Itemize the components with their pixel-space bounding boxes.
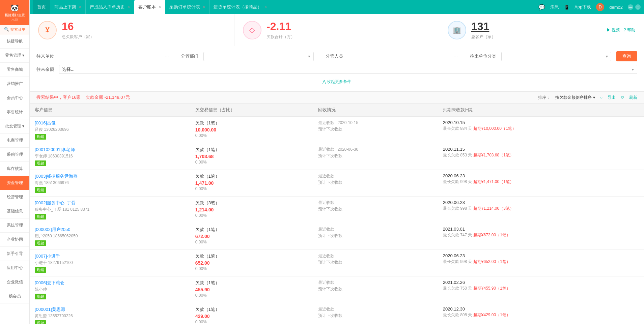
sidebar-item-retail-mgmt[interactable]: 零售管理 ▾ [0, 49, 29, 63]
user-name[interactable]: demo2 [609, 5, 623, 10]
cell-due-date-3: 2020.06.23 最长欠款 998 天 超期¥1,214.00（3笔） [438, 197, 644, 223]
debt-count-1: 欠款（1笔） [195, 147, 308, 153]
sidebar-item-retail-mall[interactable]: 零售商城 [0, 63, 29, 77]
from-unit-input[interactable] [59, 52, 165, 60]
sidebar-item-capital-mgmt[interactable]: 资金管理 [0, 176, 29, 190]
sidebar-item-inventory[interactable]: 库存核算 [0, 162, 29, 176]
tab-customer-account[interactable]: 客户账本× [134, 0, 165, 14]
tab-product-history[interactable]: 产成品入库单历史× [86, 0, 134, 14]
customer-badge-6: 现销 [35, 294, 46, 299]
sidebar-item-quick-nav[interactable]: 快捷导航 [0, 34, 29, 49]
overdue-link-1[interactable]: 超期¥1,703.68（1笔） [473, 153, 514, 157]
tab-close-purchase-stats[interactable]: × [264, 5, 267, 9]
search-button[interactable]: 查询 [616, 51, 637, 61]
cell-payback-6: 最近收款 预计下次收款 [313, 276, 438, 303]
app-download-label[interactable]: App下载 [575, 4, 591, 10]
customer-id-link-5[interactable]: [0007]小进千 [35, 253, 185, 259]
sidebar-item-retail-stats[interactable]: 零售统计 [0, 105, 29, 119]
tab-label-purchase-order: 采购订单统计表 [169, 4, 200, 10]
person-input[interactable] [348, 52, 454, 60]
debt-percent-0: 0.00% [195, 133, 308, 138]
customer-phone-1: 李老师 18600391516 [35, 153, 185, 159]
cell-customer-info-7: [000001]黄思源 黄思源 13552700226 现销 [30, 303, 190, 324]
sidebar-item-member-center[interactable]: 会员中心 [0, 91, 29, 105]
dept-select[interactable] [203, 52, 313, 61]
tab-close-product-history[interactable]: × [128, 5, 130, 9]
window-controls: — □ [628, 4, 641, 10]
table-row: [0007]小进千 小进千 18279152100 现销 欠款（1笔） 652.… [30, 250, 644, 276]
col-debt-info: 欠交易信息（占比） [190, 104, 313, 117]
debt-customers-label: 总欠款客户（家） [62, 34, 94, 40]
sidebar-item-marketing[interactable]: 营销推广 [0, 77, 29, 91]
debt-amount-7[interactable]: 429.00 [195, 314, 308, 319]
customer-id-link-0[interactable]: [0016]吕俊 [35, 120, 185, 126]
customer-id-link-2[interactable]: [0003]畅捷服务尹海燕 [35, 173, 185, 179]
tab-purchase-stats[interactable]: 进货单统计表（按商品）× [209, 0, 271, 14]
sidebar-item-system-mgmt[interactable]: 系统管理 [0, 218, 29, 233]
debt-amount-5[interactable]: 652.00 [195, 260, 308, 266]
last-payment-label-0: 最近收款 2020-10-15 [318, 120, 433, 126]
sidebar-item-app-center[interactable]: 应用中心 [0, 261, 29, 275]
sidebar-item-ecommerce-mgmt[interactable]: 电商管理 [0, 134, 29, 148]
stat-debt-amount: ◇ -2.11 欠款合计（万） [234, 14, 439, 46]
overdue-link-7[interactable]: 超期¥429.00（1笔） [473, 313, 510, 317]
video-link[interactable]: ▶ 视频 [607, 27, 620, 33]
help-link[interactable]: ? 帮助 [624, 27, 635, 33]
debt-amount-4[interactable]: 672.00 [195, 234, 308, 239]
overdue-link-2[interactable]: 超期¥1,471.00（1笔） [473, 179, 514, 184]
customer-id-link-6[interactable]: [0006]去下粮仓 [35, 280, 185, 286]
debt-amount-1[interactable]: 1,703.68 [195, 154, 308, 159]
refresh-icon: ↺ [621, 95, 624, 100]
cell-debt-info-2: 欠款（1笔） 1,471.00 0.00% [190, 170, 313, 197]
overdue-link-6[interactable]: 超期¥455.90（1笔） [473, 286, 510, 291]
debt-amount-0[interactable]: 10,000.00 [195, 127, 308, 132]
customer-phone-4: 用户2050 18665062050 [35, 233, 185, 239]
customer-id-link-7[interactable]: [000001]黄思源 [35, 306, 185, 313]
tab-purchase-order[interactable]: 采购订单统计表× [165, 0, 209, 14]
sidebar-item-enterprise-wechat[interactable]: 企业微信 [0, 275, 29, 289]
sidebar-item-member[interactable]: 畅会员 [0, 289, 29, 303]
customer-id-link-3[interactable]: [0002]服务中心_丁磊 [35, 200, 185, 206]
tab-close-customer-account[interactable]: × [159, 5, 161, 9]
debt-amount-3[interactable]: 1,214.00 [195, 207, 308, 212]
unit-category-select[interactable] [501, 52, 611, 61]
overdue-link-5[interactable]: 超期¥652.00（1笔） [473, 259, 510, 264]
debt-amount-6[interactable]: 455.90 [195, 287, 308, 292]
maximize-button[interactable]: □ [635, 4, 641, 10]
sidebar-item-enterprise-collab[interactable]: 企业协同 [0, 233, 29, 247]
balance-select[interactable]: 选择... [59, 65, 637, 74]
next-payment-1: 预计下次收款 [318, 153, 433, 159]
sidebar-search-menu[interactable]: 🔍 搜索菜单 [0, 25, 29, 34]
overdue-link-3[interactable]: 超期¥1,214.00（3笔） [473, 206, 514, 211]
cell-payback-0: 最近收款 2020-10-15 预计下次收款 [313, 117, 438, 143]
customer-badge-2: 现销 [35, 187, 46, 193]
debt-count-7: 欠款（1笔） [195, 306, 308, 313]
minimize-button[interactable]: — [628, 4, 633, 10]
sidebar-item-ops-mgmt[interactable]: 经营管理 [0, 190, 29, 204]
export-btn[interactable]: 导出 [608, 95, 616, 100]
overdue-link-4[interactable]: 超期¥672.00（1笔） [473, 233, 510, 237]
cell-payback-2: 最近收款 预计下次收款 [313, 170, 438, 197]
collapse-more-btn[interactable]: ⋀ 收起更多条件 [36, 77, 637, 86]
balance-label: 往来余额 [36, 66, 54, 72]
cell-debt-info-0: 欠款（1笔） 10,000.00 0.00% [190, 117, 313, 143]
sidebar-item-purchase-mgmt[interactable]: 采购管理 [0, 148, 29, 162]
customer-id-link-1[interactable]: [0001020001]李老师 [35, 147, 185, 153]
tab-product-shelf[interactable]: 商品上下架× [50, 0, 86, 14]
customer-id-link-4[interactable]: [000002]用户2050 [35, 227, 185, 233]
sidebar-item-batch-mgmt[interactable]: 批发管理 ▾ [0, 119, 29, 134]
overdue-link-0[interactable]: 超期¥10,000.00（1笔） [473, 126, 516, 131]
tab-close-product-shelf[interactable]: × [79, 5, 81, 9]
msg-label[interactable]: 消息 [550, 4, 559, 10]
debt-amount-2[interactable]: 1,471.00 [195, 180, 308, 186]
sidebar-item-new-guide[interactable]: 新手引导 [0, 247, 29, 261]
sidebar-item-basic-info[interactable]: 基础信息 [0, 204, 29, 218]
stat-debt-customers: ¥ 16 总欠款客户（家） [30, 14, 234, 46]
help-icon: ? [624, 28, 626, 32]
sort-btn[interactable]: 按欠款金额倒序排序 ▾ [555, 95, 595, 100]
tab-home[interactable]: 首页 [33, 0, 50, 14]
refresh-btn[interactable]: 刷新 [629, 95, 637, 100]
tab-close-purchase-order[interactable]: × [203, 5, 205, 9]
debt-percent-4: 0.00% [195, 240, 308, 244]
next-payment-7: 预计下次收款 [318, 313, 433, 319]
